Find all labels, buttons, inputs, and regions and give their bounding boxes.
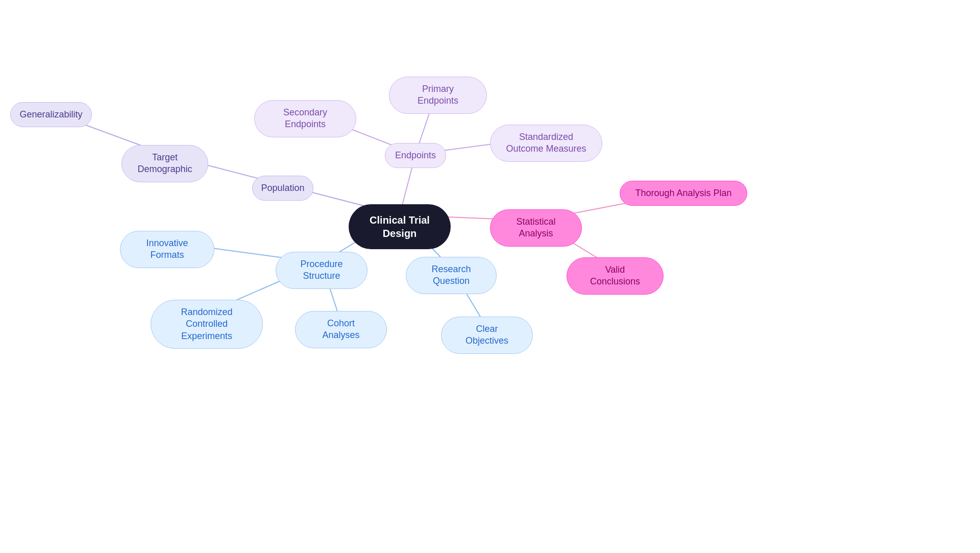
thorough-analysis-node[interactable]: Thorough Analysis Plan xyxy=(620,181,747,206)
research-question-node[interactable]: Research Question xyxy=(406,257,497,294)
procedure-structure-node[interactable]: Procedure Structure xyxy=(276,252,368,289)
randomized-controlled-node[interactable]: Randomized Controlled Experiments xyxy=(151,300,263,349)
statistical-analysis-node[interactable]: Statistical Analysis xyxy=(490,209,582,247)
secondary-endpoints-node[interactable]: Secondary Endpoints xyxy=(254,100,356,137)
endpoints-node[interactable]: Endpoints xyxy=(385,143,446,168)
center-node[interactable]: Clinical Trial Design xyxy=(349,204,451,249)
cohort-analyses-node[interactable]: Cohort Analyses xyxy=(295,311,387,348)
target-demographic-node[interactable]: Target Demographic xyxy=(121,145,208,182)
population-node[interactable]: Population xyxy=(252,176,313,201)
standardized-outcome-node[interactable]: Standardized Outcome Measures xyxy=(490,125,602,162)
clear-objectives-node[interactable]: Clear Objectives xyxy=(441,317,533,354)
valid-conclusions-node[interactable]: Valid Conclusions xyxy=(567,257,664,295)
innovative-formats-node[interactable]: Innovative Formats xyxy=(120,231,214,268)
primary-endpoints-node[interactable]: Primary Endpoints xyxy=(389,77,487,114)
generalizability-node[interactable]: Generalizability xyxy=(10,102,92,127)
